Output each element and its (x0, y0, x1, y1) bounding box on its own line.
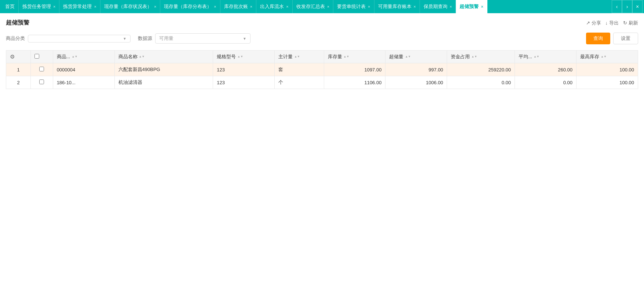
row-over: 1006.00 (385, 76, 447, 89)
category-filter-group: 商品分类 ▼ (6, 35, 131, 42)
close-icon[interactable]: × (481, 4, 483, 9)
sort-arrows-icon: ▲▼ (601, 55, 607, 58)
table-row: 2 186-10... 机油滤清器 123 个 1106.00 1006.00 … (6, 76, 638, 89)
row-stock: 1106.00 (324, 76, 385, 89)
close-icon[interactable]: × (414, 4, 416, 9)
nav-tab-inventory-status[interactable]: 现存量（库存状况表） × (100, 0, 160, 13)
category-select[interactable]: ▼ (28, 35, 131, 42)
top-nav: 首页 拣货任务管理 × 拣货异常处理 × 现存量（库存状况表） × 现存量（库存… (0, 0, 644, 13)
row-maxstock: 100.00 (576, 63, 638, 76)
close-icon[interactable]: × (53, 4, 55, 9)
category-filter-label: 商品分类 (6, 35, 25, 42)
nav-tab-overstock[interactable]: 超储预警 × (456, 0, 487, 13)
refresh-button[interactable]: ↻ 刷新 (623, 20, 638, 26)
settings-button[interactable]: 设置 (613, 33, 638, 44)
row-checkbox-cell (31, 76, 53, 89)
datasource-filter-group: 数据源 可用量 ▼ (138, 33, 250, 44)
row-stock: 1097.00 (324, 63, 385, 76)
table-header: ⚙ 商品... ▲▼ 商品名称 ▲▼ (6, 51, 638, 63)
close-icon[interactable]: × (250, 4, 252, 9)
datasource-select-value: 可用量 (159, 35, 173, 42)
select-all-checkbox[interactable] (34, 54, 39, 59)
sort-arrows-icon: ▲▼ (344, 55, 350, 58)
export-button[interactable]: ↓ 导出 (605, 20, 619, 26)
nav-tab-home[interactable]: 首页 (1, 0, 19, 13)
th-settings: ⚙ (6, 51, 31, 63)
nav-tab-picking-exception[interactable]: 拣货异常处理 × (59, 0, 100, 13)
data-table: ⚙ 商品... ▲▼ 商品名称 ▲▼ (6, 50, 638, 89)
chevron-down-icon: ▼ (243, 37, 246, 41)
sort-arrows-icon: ▲▼ (294, 55, 300, 58)
filter-actions: 查询 设置 (586, 33, 638, 44)
nav-prev-button[interactable]: ‹ (612, 0, 622, 13)
th-unit[interactable]: 主计量 ▲▼ (275, 51, 324, 63)
row-capital: 0.00 (447, 76, 515, 89)
row-over: 997.00 (385, 63, 447, 76)
row-maxstock: 100.00 (576, 76, 638, 89)
row-checkbox[interactable] (39, 67, 44, 71)
close-icon[interactable]: × (94, 4, 96, 9)
nav-tab-batch-account[interactable]: 库存批次账 × (220, 0, 256, 13)
datasource-filter-label: 数据源 (138, 35, 152, 42)
sort-arrows-icon: ▲▼ (139, 55, 145, 58)
nav-next-button[interactable]: › (622, 0, 632, 13)
row-unit: 个 (275, 76, 324, 89)
page-header: 超储预警 ↗ 分享 ↓ 导出 ↻ 刷新 (6, 19, 638, 27)
row-spec: 123 (213, 63, 275, 76)
sort-arrows-icon: ▲▼ (534, 55, 539, 58)
sort-arrows-icon: ▲▼ (237, 55, 243, 58)
close-icon[interactable]: × (368, 4, 370, 9)
page-title: 超储预警 (6, 19, 29, 27)
th-spec[interactable]: 规格型号 ▲▼ (213, 51, 275, 63)
row-capital: 259220.00 (447, 63, 515, 76)
row-avg: 0.00 (515, 76, 577, 89)
row-index: 1 (6, 63, 31, 76)
sort-arrows-icon: ▲▼ (72, 55, 77, 58)
row-name: 机油滤清器 (114, 76, 213, 89)
row-spec: 123 (213, 76, 275, 89)
nav-tab-available-stock[interactable]: 可用量库存账本 × (374, 0, 420, 13)
filter-row: 商品分类 ▼ 数据源 可用量 ▼ 查询 设置 (6, 33, 638, 44)
query-button[interactable]: 查询 (586, 33, 610, 44)
th-avg[interactable]: 平均... ▲▼ (515, 51, 577, 63)
page-content: 超储预警 ↗ 分享 ↓ 导出 ↻ 刷新 商品分类 ▼ 数据源 (0, 13, 644, 293)
nav-tab-inventory-dist[interactable]: 现存量（库存分布表） × (160, 0, 220, 13)
nav-close-button[interactable]: × (632, 0, 643, 13)
close-icon[interactable]: × (154, 4, 156, 9)
refresh-icon: ↻ (623, 20, 627, 26)
row-code: 0000004 (53, 63, 114, 76)
share-button[interactable]: ↗ 分享 (586, 20, 601, 26)
th-over[interactable]: 超储量 ▲▼ (385, 51, 447, 63)
close-icon[interactable]: × (327, 4, 329, 9)
row-name: 六配套新昌490BPG (114, 63, 213, 76)
close-icon[interactable]: × (286, 4, 288, 9)
gear-icon[interactable]: ⚙ (10, 53, 15, 60)
row-unit: 套 (275, 63, 324, 76)
th-maxstock[interactable]: 最高库存 ▲▼ (576, 51, 638, 63)
th-capital[interactable]: 资金占用 ▲▼ (447, 51, 515, 63)
close-icon[interactable]: × (450, 4, 452, 9)
chevron-down-icon: ▼ (123, 37, 127, 41)
row-checkbox-cell (31, 63, 53, 76)
th-checkbox (31, 51, 53, 63)
th-code[interactable]: 商品... ▲▼ (53, 51, 114, 63)
nav-tab-shelf-life[interactable]: 保质期查询 × (420, 0, 456, 13)
close-icon[interactable]: × (214, 4, 216, 9)
header-actions: ↗ 分享 ↓ 导出 ↻ 刷新 (586, 20, 638, 26)
sort-arrows-icon: ▲▼ (405, 55, 411, 58)
sort-arrows-icon: ▲▼ (471, 55, 477, 58)
nav-tab-flow[interactable]: 出入库流水 × (256, 0, 292, 13)
row-avg: 260.00 (515, 63, 577, 76)
row-code: 186-10... (53, 76, 114, 89)
th-name[interactable]: 商品名称 ▲▼ (114, 51, 213, 63)
table-body: 1 0000004 六配套新昌490BPG 123 套 1097.00 997.… (6, 63, 638, 89)
nav-tab-summary[interactable]: 收发存汇总表 × (293, 0, 333, 13)
nav-tab-order-stats[interactable]: 要货单统计表 × (333, 0, 374, 13)
row-index: 2 (6, 76, 31, 89)
nav-arrows: ‹ › × (612, 0, 643, 13)
nav-tab-picking-task[interactable]: 拣货任务管理 × (19, 0, 59, 13)
row-checkbox[interactable] (39, 79, 44, 84)
th-stock[interactable]: 库存量 ▲▼ (324, 51, 385, 63)
datasource-select[interactable]: 可用量 ▼ (155, 33, 250, 44)
share-icon: ↗ (586, 20, 590, 26)
